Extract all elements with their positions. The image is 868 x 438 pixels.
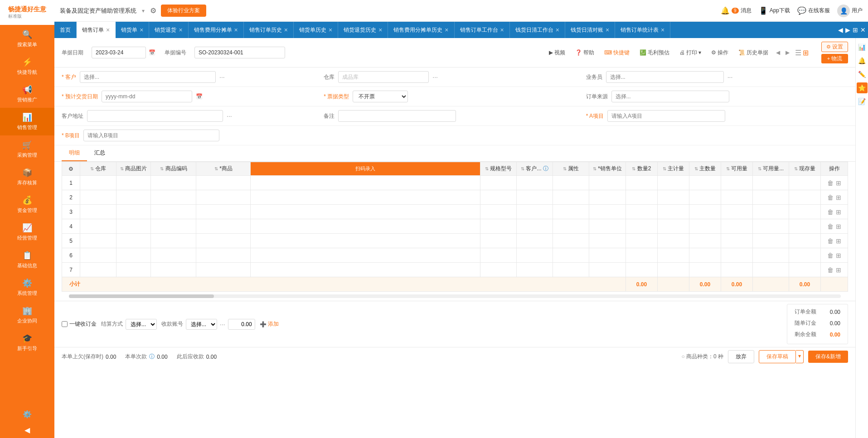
tab-sales-refund[interactable]: 销货退货 × [149,22,188,38]
list-view-icon[interactable]: ☰ [795,48,801,57]
tab-sales-stats[interactable]: 销售订单统计表 × [615,22,670,38]
tab-close-icon[interactable]: × [378,26,382,34]
row-warehouse[interactable] [80,176,116,190]
payment-amount-input[interactable] [228,319,255,330]
row-qty2[interactable] [626,190,658,205]
tab-close-all-btn[interactable]: ✕ [860,26,866,34]
detail-tab-summary[interactable]: 汇总 [87,145,112,161]
remark-input[interactable] [338,110,456,122]
delete-icon[interactable]: 🗑 [827,252,834,259]
row-unit[interactable] [589,176,626,190]
app-download-area[interactable]: 📱 App下载 [759,6,790,15]
delete-icon[interactable]: 🗑 [827,194,834,201]
row-customer-code[interactable] [516,176,553,190]
sidebar-item-inventory[interactable]: 📦 库存核算 [0,163,54,191]
delivery-calendar-icon[interactable]: 📅 [196,93,203,100]
add-payment-btn[interactable]: ➕ 添加 [260,320,279,328]
th-product[interactable]: ⇅ *商品 [196,162,251,176]
th-stock[interactable]: ⇅ 现存量 [789,162,821,176]
nav-next-btn[interactable]: ▶ [786,49,790,56]
tab-close-icon[interactable]: × [329,26,332,34]
order-source-input[interactable] [611,91,729,102]
row-warehouse[interactable] [80,205,116,219]
copy-icon[interactable]: ⊞ [836,223,841,230]
sidebar-item-guide[interactable]: 🎓 新手引导 [0,329,54,356]
th-sku[interactable]: ⇅ 商品编码 [151,162,196,176]
tab-close-icon[interactable]: × [140,26,143,34]
row-warehouse[interactable] [80,190,116,205]
row-mainqty[interactable] [689,176,721,190]
salesperson-input[interactable] [606,71,724,83]
tab-close-icon[interactable]: × [500,26,504,34]
tab-sales-order[interactable]: 销售订单 × [77,22,116,38]
delete-icon[interactable]: 🗑 [827,179,834,187]
sidebar-item-corp[interactable]: 🏢 企业协同 [0,301,54,329]
calendar-icon[interactable]: 📅 [149,49,155,56]
sidebar-item-system[interactable]: ⚙️ 系统管理 [0,274,54,301]
save-draft-dropdown-btn[interactable]: ▾ [796,350,804,363]
tab-sales-order-hist[interactable]: 销售订单历史 × [244,22,294,38]
th-attr[interactable]: ⇅ 属性 [553,162,589,176]
warehouse-expand-icon[interactable]: ··· [432,73,438,81]
tab-close-icon[interactable]: × [661,26,664,34]
tab-close-icon[interactable]: × [445,26,448,34]
tab-cash-reconcile[interactable]: 钱货日清对账 × [565,22,615,38]
delete-icon[interactable]: 🗑 [827,266,834,274]
online-service-area[interactable]: 💬 在线客服 [797,6,830,15]
th-customer-code[interactable]: ⇅ 客户... ⓘ [516,162,553,176]
topbar-gear-icon[interactable]: ⚙ [150,6,156,15]
tab-close-icon[interactable]: × [556,26,559,34]
copy-icon[interactable]: ⊞ [836,208,841,216]
user-area[interactable]: 👤 用户 [837,5,863,17]
th-unit[interactable]: ⇅ *销售单位 [589,162,626,176]
right-sidebar-star-icon[interactable]: ⭐ [857,82,868,93]
invoice-select[interactable]: 不开票 增值税专用发票 增值税普通发票 [353,91,408,102]
row-spec[interactable] [480,176,516,190]
history-btn[interactable]: 📜 历史单据 [736,48,771,58]
date-input[interactable] [92,47,146,58]
th-avail[interactable]: ⇅ 可用量 [721,162,753,176]
sidebar-item-quick[interactable]: ⚡ 快捷导航 [0,53,54,80]
tab-sales-workbench[interactable]: 销售订单工作台 × [455,22,510,38]
notification-area[interactable]: 🔔 9 消息 [721,6,752,15]
customer-expand-icon[interactable]: ··· [219,73,225,81]
th-spec[interactable]: ⇅ 规格型号 [480,162,516,176]
profit-btn[interactable]: 💹 毛利预估 [637,48,672,58]
th-warehouse[interactable]: ⇅ 仓库 [80,162,116,176]
sn-input[interactable] [194,47,285,58]
row-product[interactable] [196,176,251,190]
row-spec[interactable] [480,190,516,205]
row-product[interactable] [196,190,251,205]
copy-icon[interactable]: ⊞ [836,194,841,201]
tab-sales-refund-hist[interactable]: 销货退货历史 × [338,22,388,38]
row-attr[interactable] [553,190,589,205]
tab-sales-expense-hist[interactable]: 销售费用分摊单历史 × [388,22,454,38]
sidebar-item-operations[interactable]: 📈 经营管理 [0,218,54,246]
row-qty2[interactable] [626,176,658,190]
row-attr[interactable] [553,176,589,190]
account-expand-icon[interactable]: ··· [220,321,225,328]
view-btn[interactable]: ▶ 视频 [547,48,567,58]
scan-btn[interactable]: 扫码录入 [352,164,379,173]
logistics-btn[interactable]: + 物流 [821,54,848,63]
right-sidebar-bell-icon[interactable]: 🔔 [857,55,868,66]
tab-close-icon[interactable]: × [284,26,288,34]
sidebar-item-base[interactable]: 📋 基础信息 [0,246,54,274]
th-qty2[interactable]: ⇅ 数量2 [626,162,658,176]
th-mainqty[interactable]: ⇅ 主数量 [689,162,721,176]
copy-icon[interactable]: ⊞ [836,266,841,274]
th-scan[interactable]: 扫码录入 [251,162,480,176]
operate-btn[interactable]: ⚙ 操作 [709,48,731,58]
delivery-input[interactable] [102,91,192,102]
save-draft-btn[interactable]: 保存草稿 [759,350,796,363]
right-sidebar-note-icon[interactable]: 📝 [857,96,868,107]
payment-method-select[interactable]: 选择... [126,319,157,330]
one-click-checkbox-label[interactable]: 一键收订金 [62,320,97,328]
discard-btn[interactable]: 放弃 [728,350,754,363]
copy-icon[interactable]: ⊞ [836,179,841,187]
delete-icon[interactable]: 🗑 [827,237,834,245]
tab-expand-btn[interactable]: ⊞ [853,26,858,34]
sidebar-item-marketing[interactable]: 📢 营销推广 [0,80,54,108]
delete-icon[interactable]: 🗑 [827,223,834,230]
row-mainqty[interactable] [689,190,721,205]
